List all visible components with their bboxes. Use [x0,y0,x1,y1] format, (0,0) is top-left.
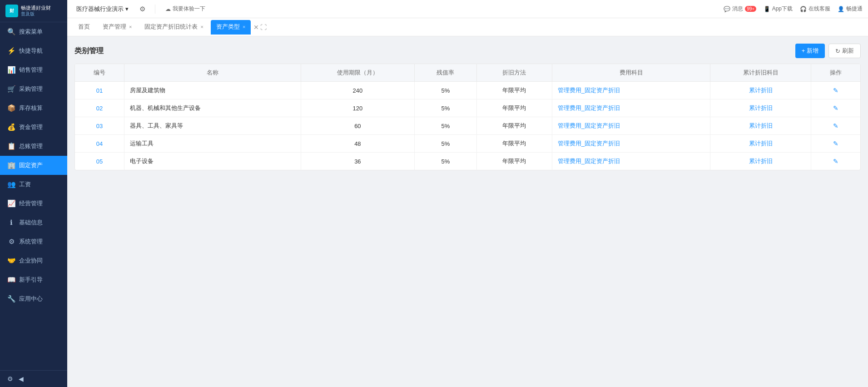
sidebar-label-8: 工资 [19,180,31,189]
cell-name-1: 机器、机械和其他生产设备 [124,99,301,117]
cell-action-0[interactable]: ✎ [811,82,860,99]
category-table: 编号 名称 使用期限（月） 残值率 折旧方法 费用科目 累计折旧科目 操作 01… [75,64,860,170]
app-download-label: App下载 [772,5,793,13]
sidebar-item-1[interactable]: ⚡快捷导航 [0,41,67,60]
sidebar-item-3[interactable]: 🛒采购管理 [0,79,67,99]
table-row: 05 电子设备 36 5% 年限平均 管理费用_固定资产折旧 累计折旧 ✎ [75,153,860,170]
page-title: 类别管理 [74,46,104,56]
topbar-right: 💬 消息 99+ 📱 App下载 🎧 在线客服 👤 畅捷通 [724,5,863,13]
cell-code-3: 04 [75,135,124,153]
cell-action-4[interactable]: ✎ [811,153,860,170]
tab-depreciation-close[interactable]: × [200,24,203,30]
tab-asset-management[interactable]: 资产管理 × [97,20,137,35]
sidebar-label-6: 总账管理 [19,142,43,150]
sidebar-item-5[interactable]: 💰资金管理 [0,118,67,137]
table-body: 01 房屋及建筑物 240 5% 年限平均 管理费用_固定资产折旧 累计折旧 ✎… [75,82,860,170]
cell-action-2[interactable]: ✎ [811,117,860,135]
sidebar-item-11[interactable]: ⚙系统管理 [0,232,67,251]
cell-action-1[interactable]: ✎ [811,99,860,117]
sidebar-item-13[interactable]: 📖新手引导 [0,270,67,289]
cell-action-3[interactable]: ✎ [811,135,860,153]
new-button[interactable]: + 新增 [795,44,825,58]
edit-icon-3[interactable]: ✎ [833,140,838,147]
sidebar-icon-2: 📊 [7,66,15,74]
tab-depreciation[interactable]: 固定资产折旧统计表 × [139,20,208,35]
sidebar-item-10[interactable]: ℹ基础信息 [0,213,67,232]
tab-asset-type-label: 资产类型 [216,23,240,31]
logo-text: 畅捷通好业财 [21,5,51,11]
cell-expense-1: 管理费用_固定资产折旧 [552,99,710,117]
tab-asset-type-close[interactable]: × [243,24,245,30]
sidebar-icon-12: 🤝 [7,257,15,265]
topbar-settings-button[interactable]: ⚙ [136,3,149,15]
footer-collapse-icon[interactable]: ◀ [19,375,24,382]
messages-label: 消息 [732,5,743,13]
refresh-button[interactable]: ↻ 刷新 [828,44,861,58]
close-window-button[interactable]: ✕ [253,24,260,31]
sidebar-icon-4: 📦 [7,104,15,112]
sidebar-item-7[interactable]: 🏢固定资产 [0,156,67,175]
edit-icon-1[interactable]: ✎ [833,104,838,112]
cell-method-3: 年限平均 [477,135,552,153]
sidebar-logo: 财 畅捷通好业财 普及版 [0,0,67,22]
tab-home[interactable]: 首页 [73,20,95,35]
user-menu[interactable]: 👤 畅捷通 [838,5,863,13]
sidebar-label-1: 快捷导航 [19,47,43,55]
cell-period-1: 120 [301,99,414,117]
refresh-icon: ↻ [835,48,840,55]
col-code: 编号 [75,64,124,82]
edit-icon-4[interactable]: ✎ [833,158,838,165]
sidebar-label-3: 采购管理 [19,85,43,93]
app-selector[interactable]: 医疗器械行业演示 ▾ [73,3,132,15]
col-residual: 残值率 [414,64,477,82]
tab-asset-type[interactable]: 资产类型 × [211,20,251,35]
online-service-icon: 🎧 [800,6,807,12]
online-service-button[interactable]: 🎧 在线客服 [800,5,830,13]
sidebar-item-6[interactable]: 📋总账管理 [0,137,67,156]
edit-icon-2[interactable]: ✎ [833,122,838,129]
sidebar-icon-1: ⚡ [7,47,15,55]
cell-residual-2: 5% [414,117,477,135]
cell-accum-4: 累计折旧 [710,153,811,170]
cell-period-3: 48 [301,135,414,153]
sidebar-item-14[interactable]: 🔧应用中心 [0,289,67,308]
footer-settings-icon[interactable]: ⚙ [7,375,13,382]
messages-button[interactable]: 💬 消息 99+ [724,5,756,13]
tab-asset-management-label: 资产管理 [103,23,126,31]
experience-icon: ☁ [165,6,171,12]
maximize-window-button[interactable]: ⛶ [260,24,267,31]
app-name: 医疗器械行业演示 [76,5,124,13]
sidebar-label-14: 应用中心 [19,295,43,303]
sidebar-item-12[interactable]: 🤝企业协同 [0,251,67,270]
app-download-button[interactable]: 📱 App下载 [764,5,793,13]
sidebar-item-0[interactable]: 🔍搜索菜单 [0,22,67,41]
col-name: 名称 [124,64,301,82]
cell-period-2: 60 [301,117,414,135]
sidebar-item-9[interactable]: 📈经营管理 [0,194,67,213]
topbar: 医疗器械行业演示 ▾ ⚙ ☁ 我要体验一下 💬 消息 99+ 📱 App下载 🎧… [67,0,868,18]
col-period: 使用期限（月） [301,64,414,82]
sidebar-icon-5: 💰 [7,123,15,131]
sidebar-item-2[interactable]: 📊销售管理 [0,60,67,79]
col-expense: 费用科目 [552,64,710,82]
cell-code-4: 05 [75,153,124,170]
cell-accum-3: 累计折旧 [710,135,811,153]
experience-label: 我要体验一下 [173,5,205,13]
col-method: 折旧方法 [477,64,552,82]
experience-button[interactable]: ☁ 我要体验一下 [162,4,209,14]
topbar-divider [155,5,155,14]
tab-asset-management-close[interactable]: × [129,24,132,30]
sidebar-label-7: 固定资产 [19,161,43,169]
table-row: 03 器具、工具、家具等 60 5% 年限平均 管理费用_固定资产折旧 累计折旧… [75,117,860,135]
cell-period-0: 240 [301,82,414,99]
cell-code-0: 01 [75,82,124,99]
cell-method-1: 年限平均 [477,99,552,117]
edit-icon-0[interactable]: ✎ [833,87,838,94]
sidebar-icon-13: 📖 [7,276,15,284]
sidebar: 财 畅捷通好业财 普及版 🔍搜索菜单⚡快捷导航📊销售管理🛒采购管理📦库存核算💰资… [0,0,67,387]
sidebar-icon-6: 📋 [7,142,15,150]
cell-residual-4: 5% [414,153,477,170]
sidebar-item-4[interactable]: 📦库存核算 [0,99,67,118]
sidebar-item-8[interactable]: 👥工资 [0,175,67,194]
sidebar-label-4: 库存核算 [19,104,43,112]
